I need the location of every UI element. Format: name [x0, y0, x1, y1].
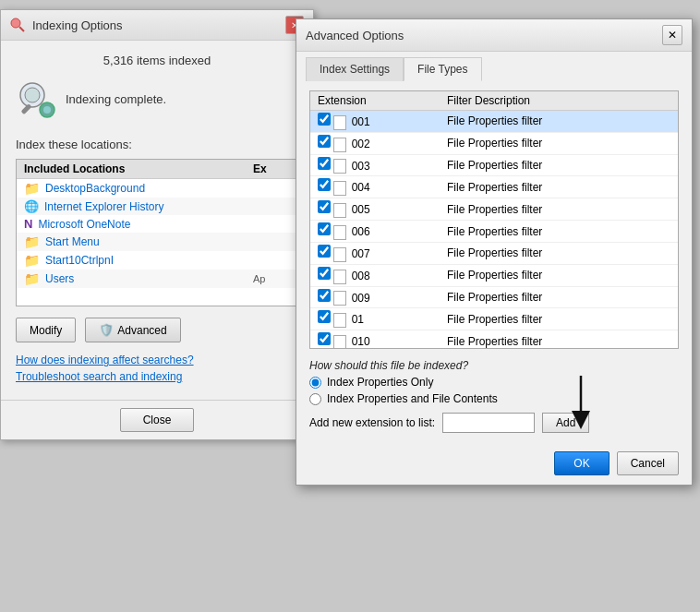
file-extension: 005 [352, 203, 370, 216]
table-row[interactable]: 007 File Properties filter [310, 242, 678, 264]
file-icon [333, 115, 346, 130]
close-bottom-area: Close [1, 400, 313, 439]
file-type-checkbox[interactable] [318, 310, 331, 323]
add-extension-section: Add new extension to list: Add [309, 413, 679, 433]
exclude-value: Ap [253, 273, 290, 284]
table-row[interactable]: 006 File Properties filter [310, 221, 678, 243]
file-type-checkbox[interactable] [318, 157, 331, 170]
file-icon [333, 291, 346, 306]
file-types-table[interactable]: Extension Filter Description 001 File Pr… [309, 90, 679, 349]
table-row[interactable]: 010 File Properties filter [310, 330, 678, 349]
file-type-checkbox[interactable] [318, 178, 331, 191]
tab-file-types[interactable]: File Types [404, 57, 481, 81]
ok-button[interactable]: OK [554, 451, 609, 475]
list-item[interactable]: 📁 Users Ap [17, 270, 297, 288]
bottom-buttons: Modify 🛡️ Advanced [16, 318, 298, 342]
file-icon [333, 270, 346, 284]
folder-icon: 📁 [24, 271, 40, 286]
indexing-window-title: Indexing Options [32, 18, 278, 32]
file-type-checkbox[interactable] [318, 222, 331, 235]
file-extension: 009 [352, 292, 370, 305]
index-locations-label: Index these locations: [16, 138, 298, 151]
file-type-checkbox[interactable] [318, 332, 331, 345]
folder-icon: 📁 [24, 234, 40, 249]
file-icon [333, 313, 346, 328]
file-icon [333, 138, 346, 152]
file-extension: 003 [352, 160, 370, 173]
file-type-checkbox[interactable] [318, 200, 331, 213]
how-affects-link[interactable]: How does indexing affect searches? [16, 354, 298, 366]
location-name[interactable]: Internet Explorer History [44, 200, 290, 213]
add-extension-input[interactable] [442, 413, 535, 433]
table-row[interactable]: 005 File Properties filter [310, 198, 678, 221]
location-name[interactable]: Microsoft OneNote [38, 218, 290, 231]
close-button[interactable]: Close [120, 408, 195, 432]
indexing-options-window: Indexing Options ✕ 5,316 items indexed I… [0, 9, 314, 440]
filter-description: File Properties filter [440, 111, 678, 133]
locations-header: Included Locations Ex [17, 160, 297, 179]
table-row[interactable]: 01 File Properties filter [310, 308, 678, 330]
file-icon [333, 159, 346, 174]
filter-description: File Properties filter [440, 132, 678, 154]
radio-index-properties-contents[interactable] [309, 393, 321, 405]
svg-point-0 [11, 18, 20, 28]
file-type-checkbox[interactable] [318, 245, 331, 258]
radio-index-properties-only[interactable] [309, 377, 321, 389]
advanced-titlebar: Advanced Options ✕ [296, 19, 692, 52]
location-name[interactable]: DesktopBackground [45, 182, 290, 195]
svg-point-3 [25, 88, 40, 102]
locations-exclude-header: Ex [253, 162, 290, 175]
indexing-status-area: Indexing complete. [16, 71, 298, 126]
filter-description-header: Filter Description [440, 91, 678, 111]
table-row[interactable]: 002 File Properties filter [310, 132, 678, 154]
tab-index-settings[interactable]: Index Settings [306, 57, 404, 81]
file-extension: 01 [352, 313, 364, 326]
indexing-titlebar: Indexing Options ✕ [1, 10, 313, 41]
list-item[interactable]: 📁 Start Menu [17, 233, 297, 251]
folder-icon: 📁 [24, 253, 40, 268]
file-icon [333, 225, 346, 240]
table-row[interactable]: 003 File Properties filter [310, 154, 678, 176]
table-row[interactable]: 008 File Properties filter [310, 264, 678, 286]
list-item[interactable]: 📁 DesktopBackground [17, 179, 297, 198]
location-name[interactable]: Start10CtrlpnI [45, 254, 290, 267]
list-item[interactable]: 📁 Start10CtrlpnI [17, 251, 297, 270]
advanced-options-window: Advanced Options ✕ Index Settings File T… [296, 18, 693, 486]
troubleshoot-link[interactable]: Troubleshoot search and indexing [16, 370, 298, 383]
file-type-checkbox[interactable] [318, 113, 331, 126]
indexing-content: 5,316 items indexed Indexing complete. I… [1, 41, 313, 400]
cancel-button[interactable]: Cancel [617, 451, 679, 475]
filter-description: File Properties filter [440, 221, 678, 243]
locations-panel: Included Locations Ex 📁 DesktopBackgroun… [16, 159, 298, 306]
file-extension: 007 [352, 247, 370, 260]
filter-description: File Properties filter [440, 176, 678, 198]
file-type-checkbox[interactable] [318, 289, 331, 302]
radio-option2-label: Index Properties and File Contents [327, 392, 498, 405]
folder-icon: 📁 [24, 181, 40, 196]
ie-icon: 🌐 [24, 199, 39, 213]
advanced-window-title: Advanced Options [306, 29, 662, 42]
advanced-button[interactable]: 🛡️ Advanced [85, 318, 180, 342]
table-row[interactable]: 001 File Properties filter [310, 111, 678, 133]
file-type-checkbox[interactable] [318, 267, 331, 280]
filter-description: File Properties filter [440, 308, 678, 330]
svg-point-6 [43, 106, 51, 114]
add-extension-button[interactable]: Add [542, 413, 589, 433]
indexed-count: 5,316 items indexed [16, 54, 298, 67]
location-name[interactable]: Start Menu [45, 235, 290, 248]
file-type-checkbox[interactable] [318, 135, 331, 148]
filter-description: File Properties filter [440, 264, 678, 286]
modify-button[interactable]: Modify [16, 318, 76, 342]
list-item[interactable]: N Microsoft OneNote [17, 215, 297, 233]
extension-header: Extension [310, 91, 440, 111]
location-name[interactable]: Users [45, 272, 247, 285]
search-icon [10, 18, 25, 32]
advanced-close-button[interactable]: ✕ [662, 25, 682, 45]
radio-option1-row: Index Properties Only [309, 376, 679, 389]
table-row[interactable]: 004 File Properties filter [310, 176, 678, 198]
list-item[interactable]: 🌐 Internet Explorer History [17, 198, 297, 215]
table-row[interactable]: 009 File Properties filter [310, 286, 678, 308]
file-extension: 004 [352, 181, 370, 194]
onenote-icon: N [24, 217, 32, 231]
advanced-body: Extension Filter Description 001 File Pr… [296, 81, 692, 442]
